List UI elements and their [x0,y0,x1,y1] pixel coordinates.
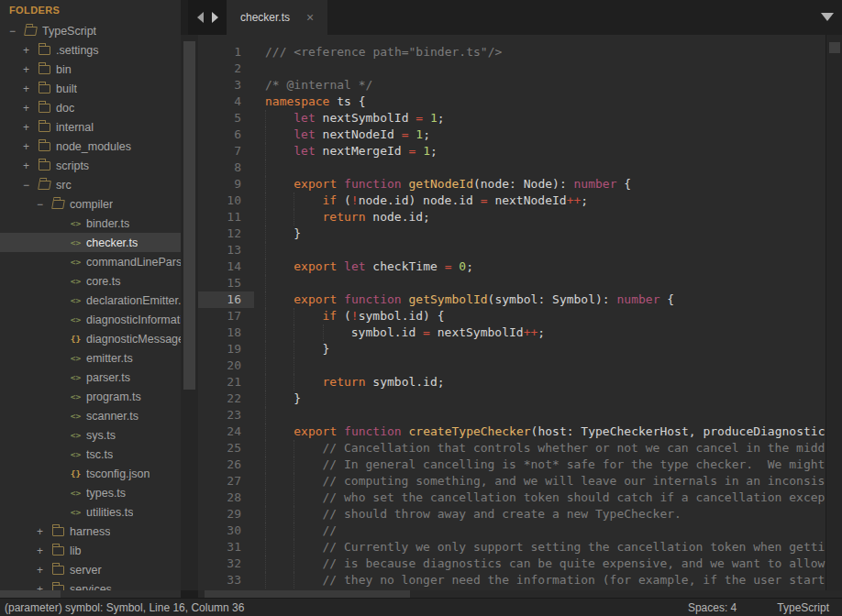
sidebar-hscrollbar-thumb[interactable] [0,590,61,598]
sidebar-item-server[interactable]: +server [0,560,181,579]
code-line[interactable]: } [265,390,825,407]
sidebar-item-parser-ts[interactable]: <>parser.ts [0,368,181,387]
expand-toggle[interactable]: + [37,583,52,591]
code-line[interactable]: // Cancellation that controls whether or… [265,440,825,456]
code-line[interactable]: } [265,226,825,242]
code-line[interactable]: } [265,341,825,358]
code-line[interactable]: // [265,522,825,539]
code-line[interactable]: return symbol.id; [265,374,825,390]
code-line[interactable] [265,275,825,292]
code-line[interactable]: return node.id; [265,209,825,226]
sidebar-item-utilities-ts[interactable]: <>utilities.ts [0,502,181,522]
expand-toggle[interactable]: + [37,544,52,557]
sidebar-item-scanner-ts[interactable]: <>scanner.ts [0,406,181,425]
code-line[interactable]: export function createTypeChecker(host: … [265,424,825,440]
code-line[interactable]: /* @internal */ [265,77,825,94]
sidebar-item-commandlineparser-ts[interactable]: <>commandLineParser.ts [0,252,181,271]
sidebar-item-scripts[interactable]: +scripts [0,156,181,175]
code-line[interactable]: symbol.id = nextSymbolId++; [265,324,825,341]
tab-overflow-icon[interactable] [821,13,834,21]
sidebar-item-sys-ts[interactable]: <>sys.ts [0,425,181,445]
sidebar-item-declarationemitter-ts[interactable]: <>declarationEmitter.ts [0,291,181,310]
indent-guide [265,424,294,440]
expand-toggle[interactable]: + [23,63,39,76]
sidebar-item-bin[interactable]: +bin [0,60,181,79]
code-line[interactable]: export function getSymbolId(symbol: Symb… [265,292,825,308]
code-line[interactable]: namespace ts { [265,94,825,110]
sidebar-item-binder-ts[interactable]: <>binder.ts [0,214,181,233]
sidebar-item-src[interactable]: −src [0,175,181,194]
code-area[interactable]: /// <reference path="binder.ts"/>/* @int… [254,35,825,590]
sidebar-item--settings[interactable]: +.settings [0,40,181,60]
sidebar-item-services[interactable]: +services [0,579,181,590]
expand-toggle[interactable]: + [37,564,52,577]
sublime-text-window: FOLDERS −TypeScript+.settings+bin+built+… [0,0,842,616]
code-line[interactable]: // they no longer need the information (… [265,572,825,588]
sidebar-item-program-ts[interactable]: <>program.ts [0,387,181,406]
next-tab-arrow-icon[interactable] [212,12,218,23]
tab-close-icon[interactable]: × [306,11,314,24]
tab-label: checker.ts [240,11,290,24]
sidebar-item-built[interactable]: +built [0,79,181,98]
code-line[interactable]: export function getNodeId(node: Node): n… [265,176,825,192]
sidebar-item-node-modules[interactable]: +node_modules [0,137,181,156]
code-line[interactable]: // In general cancelling is *not* safe f… [265,456,825,473]
status-syntax-setting[interactable]: TypeScript [777,601,829,614]
collapse-toggle[interactable]: − [37,198,52,211]
collapse-toggle[interactable]: − [23,179,39,192]
sidebar-item-emitter-ts[interactable]: <>emitter.ts [0,348,181,368]
sidebar-item-diagnosticmessages-json[interactable]: {}diagnosticMessages.json [0,329,181,348]
sidebar-item-doc[interactable]: +doc [0,98,181,117]
expand-toggle[interactable]: + [23,140,39,153]
sidebar-item-compiler[interactable]: −compiler [0,194,181,214]
sidebar-vertical-scrollbar[interactable] [181,35,198,590]
code-line[interactable]: let nextMergeId = 1; [265,143,825,160]
sidebar-item-tsconfig-json[interactable]: {}tsconfig.json [0,464,181,483]
indent-guide [294,209,322,226]
code-line[interactable] [265,407,825,424]
code-line[interactable]: if (!node.id) node.id = nextNodeId++; [265,192,825,209]
code-line[interactable] [265,60,825,77]
code-line[interactable]: /// <reference path="binder.ts"/> [265,44,825,60]
code-line[interactable]: // Currently we only support setting the… [265,539,825,556]
expand-toggle[interactable]: + [23,160,39,172]
code-line[interactable]: if (!symbol.id) { [265,308,825,324]
expand-toggle[interactable]: + [23,121,39,134]
code-line[interactable]: export let checkTime = 0; [265,258,825,275]
prev-tab-arrow-icon[interactable] [197,12,204,23]
code-line[interactable]: let nextNodeId = 1; [265,126,825,143]
code-line[interactable] [265,160,825,176]
code-token: 1 [423,144,430,158]
editor-hscrollbar-thumb[interactable] [205,590,410,598]
code-token: // Currently we only support setting the… [323,540,825,554]
editor-scrollbar-thumb[interactable] [829,42,840,53]
code-line[interactable]: // should throw away and create a new Ty… [265,506,825,522]
file-label: core.ts [86,275,121,288]
code-line[interactable]: // computing something, and we will leav… [265,473,825,490]
sidebar-item-internal[interactable]: +internal [0,117,181,137]
code-line[interactable]: // is because diagnostics can be quite e… [265,556,825,572]
code-line[interactable]: // who set the cancellation token should… [265,490,825,506]
expand-toggle[interactable]: + [23,102,39,115]
sidebar-item-checker-ts[interactable]: <>checker.ts [0,233,181,252]
sidebar-item-tsc-ts[interactable]: <>tsc.ts [0,445,181,464]
expand-toggle[interactable]: + [23,44,39,57]
sidebar-item-typescript[interactable]: −TypeScript [0,21,181,40]
sidebar-item-core-ts[interactable]: <>core.ts [0,271,181,291]
code-editor[interactable]: 1234567891011121314151617181920212223242… [198,35,825,590]
sidebar-item-diagnosticinformationmap-generated-ts[interactable]: <>diagnosticInformationMap.generated.ts [0,310,181,329]
expand-toggle[interactable]: + [37,525,52,538]
sidebar-scrollbar-thumb[interactable] [183,41,195,390]
code-line[interactable] [265,242,825,258]
sidebar-item-harness[interactable]: +harness [0,522,181,541]
tab-checker-ts[interactable]: checker.ts × [227,0,327,35]
code-line[interactable] [265,358,825,374]
collapse-toggle[interactable]: − [9,25,25,38]
status-indent-setting[interactable]: Spaces: 4 [688,601,737,614]
sidebar-item-types-ts[interactable]: <>types.ts [0,483,181,502]
code-line[interactable]: let nextSymbolId = 1; [265,110,825,126]
expand-toggle[interactable]: + [23,82,39,95]
sidebar-item-lib[interactable]: +lib [0,541,181,560]
editor-vertical-scrollbar[interactable] [825,35,842,590]
folder-icon [24,27,38,36]
